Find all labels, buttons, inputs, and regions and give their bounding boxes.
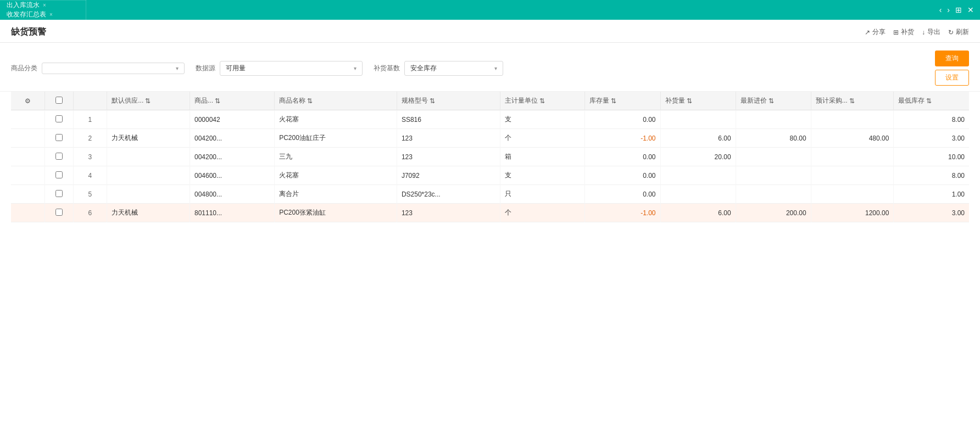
row-checkbox-1[interactable] (55, 134, 63, 141)
cell-check-5[interactable] (45, 204, 73, 222)
th-min-stock[interactable]: 最低库存 ⇅ (894, 92, 969, 110)
cell-price-5: 200.00 (736, 204, 811, 222)
cell-check-4[interactable] (45, 185, 73, 204)
th-unit-label: 主计量单位 (505, 96, 538, 105)
top-nav: 首页拣货异常处理×现存量（库存状况表）×现存量（库存分布表）×库存批次账×出入库… (0, 0, 980, 20)
row-checkbox-4[interactable] (55, 190, 63, 197)
nav-tab-close-inOut[interactable]: × (43, 2, 46, 8)
cell-code-4: 004800... (190, 185, 275, 204)
sort-price-icon: ⇅ (769, 97, 774, 105)
share-button[interactable]: ↗ 分享 (865, 27, 886, 37)
nav-controls: ‹ › ⊞ ✕ (933, 4, 980, 15)
th-supplier-label: 默认供应... (112, 96, 143, 105)
th-num (73, 92, 107, 110)
th-purchase-label: 预计采购... (816, 96, 848, 105)
cell-unit-4: 只 (500, 185, 585, 204)
th-purchase[interactable]: 预计采购... ⇅ (811, 92, 894, 110)
cell-name-3: 火花塞 (275, 166, 397, 185)
cell-restock-5: 6.00 (660, 204, 736, 222)
th-restock-label: 补货量 (665, 96, 685, 105)
cell-stock-4: 0.00 (585, 185, 660, 204)
th-supplier[interactable]: 默认供应... ⇅ (107, 92, 190, 110)
restock-base-value: 安全库存 (410, 64, 490, 73)
cell-num-5: 6 (73, 204, 107, 222)
cell-purchase-4 (811, 185, 894, 204)
sort-spec-icon: ⇅ (430, 97, 435, 105)
th-price[interactable]: 最新进价 ⇅ (736, 92, 811, 110)
th-name-label: 商品名称 (279, 96, 305, 105)
th-min-stock-label: 最低库存 (898, 96, 925, 105)
table-area: ⚙ 默认供应... ⇅ 商品... (0, 92, 980, 222)
cell-code-3: 004600... (190, 166, 275, 185)
cell-min-stock-0: 8.00 (894, 110, 969, 129)
cell-spec-1: 123 (397, 129, 500, 148)
share-icon: ↗ (865, 29, 870, 36)
cell-num-2: 3 (73, 148, 107, 166)
cell-purchase-0 (811, 110, 894, 129)
restock-base-select[interactable]: 安全库存 ▾ (404, 61, 503, 76)
cell-unit-1: 个 (500, 129, 585, 148)
cell-price-2 (736, 148, 811, 166)
restock-button[interactable]: ⊞ 补货 (893, 27, 914, 37)
query-button[interactable]: 查询 (935, 51, 969, 66)
cell-supplier-3 (107, 166, 190, 185)
th-spec[interactable]: 规格型号 ⇅ (397, 92, 500, 110)
nav-tab-label-reqStat: 要货单统计表 (7, 19, 46, 20)
row-checkbox-2[interactable] (55, 153, 63, 160)
th-stock-label: 库存量 (589, 96, 609, 105)
cell-spec-0: SS816 (397, 110, 500, 129)
cell-price-0 (736, 110, 811, 129)
export-button[interactable]: ↓ 导出 (922, 27, 940, 37)
datasource-select[interactable]: 可用量 ▾ (220, 61, 363, 76)
nav-restore-btn[interactable]: ⊞ (953, 4, 965, 15)
cell-setting-4 (11, 185, 45, 204)
select-all-checkbox[interactable] (55, 97, 63, 104)
cell-setting-5 (11, 204, 45, 222)
nav-prev-btn[interactable]: ‹ (937, 4, 945, 15)
cell-price-3 (736, 166, 811, 185)
cell-num-1: 2 (73, 129, 107, 148)
nav-tab-close-recSum[interactable]: × (49, 12, 53, 18)
table-body: 1 0000042 火花塞 SS816 支 0.00 8.00 2 力天机械 0… (11, 110, 969, 222)
nav-tab-reqStat[interactable]: 要货单统计表× (0, 19, 86, 20)
cell-spec-5: 123 (397, 204, 500, 222)
cell-num-0: 1 (73, 110, 107, 129)
refresh-button[interactable]: ↻ 刷新 (948, 27, 969, 37)
row-checkbox-5[interactable] (55, 209, 63, 216)
restock-base-filter-group: 补货基数 安全库存 ▾ (374, 61, 503, 76)
cell-check-2[interactable] (45, 148, 73, 166)
category-select[interactable]: ▾ (42, 63, 185, 74)
cell-name-1: PC200油缸庄子 (275, 129, 397, 148)
nav-tab-recSum[interactable]: 收发存汇总表× (0, 10, 86, 19)
export-icon: ↓ (922, 29, 925, 36)
row-checkbox-0[interactable] (55, 115, 63, 122)
cell-name-0: 火花塞 (275, 110, 397, 129)
cell-stock-3: 0.00 (585, 166, 660, 185)
settings-button[interactable]: 设置 (935, 70, 969, 86)
cell-check-0[interactable] (45, 110, 73, 129)
nav-tab-label-recSum: 收发存汇总表 (7, 10, 46, 19)
restock-base-label: 补货基数 (374, 64, 400, 73)
nav-tab-inOut[interactable]: 出入库流水× (0, 1, 86, 10)
row-checkbox-3[interactable] (55, 171, 63, 178)
cell-price-1: 80.00 (736, 129, 811, 148)
table-header-row: ⚙ 默认供应... ⇅ 商品... (11, 92, 969, 110)
cell-unit-0: 支 (500, 110, 585, 129)
category-filter-group: 商品分类 ▾ (11, 63, 185, 74)
th-code[interactable]: 商品... ⇅ (190, 92, 275, 110)
sort-supplier-icon: ⇅ (145, 97, 151, 105)
nav-next-btn[interactable]: › (944, 4, 953, 15)
cell-check-1[interactable] (45, 129, 73, 148)
main-content: 缺货预警 ↗ 分享 ⊞ 补货 ↓ 导出 ↻ 刷新 商品分类 (0, 20, 980, 437)
cell-supplier-0 (107, 110, 190, 129)
cell-restock-4 (660, 185, 736, 204)
nav-close-btn[interactable]: ✕ (965, 4, 977, 15)
th-unit[interactable]: 主计量单位 ⇅ (500, 92, 585, 110)
th-name[interactable]: 商品名称 ⇅ (275, 92, 397, 110)
th-check[interactable] (45, 92, 73, 110)
th-stock[interactable]: 库存量 ⇅ (585, 92, 660, 110)
cell-code-0: 0000042 (190, 110, 275, 129)
cell-check-3[interactable] (45, 166, 73, 185)
th-restock[interactable]: 补货量 ⇅ (660, 92, 736, 110)
th-setting[interactable]: ⚙ (11, 92, 45, 110)
